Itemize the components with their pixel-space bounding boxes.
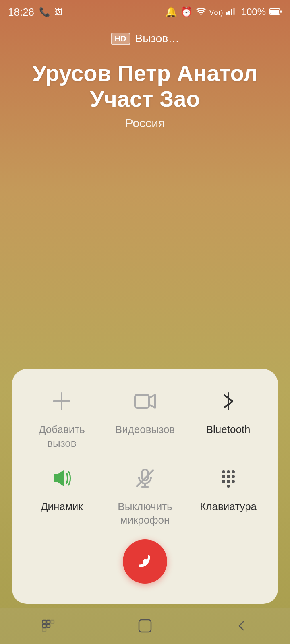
svg-point-21 bbox=[222, 480, 225, 483]
clock-icon: ⏰ bbox=[180, 6, 193, 18]
svg-rect-29 bbox=[51, 620, 54, 623]
end-call-icon bbox=[134, 551, 156, 573]
nav-recents-button[interactable] bbox=[28, 614, 68, 638]
keypad-button[interactable]: Клавиатура bbox=[192, 462, 265, 514]
svg-point-19 bbox=[227, 475, 230, 478]
caller-country: Россия bbox=[16, 116, 274, 130]
plus-icon bbox=[50, 389, 74, 413]
video-call-label: Видеовызов bbox=[115, 423, 175, 437]
svg-rect-10 bbox=[135, 395, 149, 408]
wifi-icon bbox=[196, 7, 206, 17]
svg-rect-3 bbox=[231, 9, 232, 15]
svg-rect-30 bbox=[43, 628, 46, 632]
svg-point-24 bbox=[227, 485, 230, 488]
keypad-icon-wrap bbox=[212, 462, 244, 494]
svg-point-23 bbox=[232, 480, 235, 483]
video-call-button[interactable]: Видеовызов bbox=[109, 385, 181, 437]
speaker-icon bbox=[50, 466, 74, 490]
speaker-icon-wrap bbox=[46, 462, 78, 494]
video-call-icon-wrap bbox=[129, 385, 161, 417]
end-call-button[interactable] bbox=[123, 539, 167, 584]
svg-rect-1 bbox=[226, 12, 228, 15]
controls-panel: Добавитьвызов Видеовызов B bbox=[12, 369, 278, 604]
caller-name: Урусов Петр Анатол Участ Зао bbox=[16, 60, 274, 112]
nav-back-button[interactable] bbox=[222, 614, 262, 638]
svg-point-16 bbox=[227, 470, 230, 473]
microphone-mute-icon bbox=[133, 466, 157, 490]
hd-badge: HD bbox=[111, 33, 130, 45]
bluetooth-label: Bluetooth bbox=[206, 423, 251, 437]
end-call-row bbox=[20, 539, 270, 584]
svg-rect-27 bbox=[43, 624, 46, 627]
svg-point-22 bbox=[227, 480, 230, 483]
status-bar: 18:28 📞 🖼 🔔 ⏰ Voi) 100% bbox=[0, 0, 290, 24]
add-call-button[interactable]: Добавитьвызов bbox=[25, 385, 98, 450]
time: 18:28 bbox=[8, 6, 34, 19]
bluetooth-icon bbox=[216, 389, 240, 413]
speaker-button[interactable]: Динамик bbox=[25, 462, 98, 514]
svg-rect-4 bbox=[233, 8, 235, 15]
mute-button[interactable]: Выключитьмикрофон bbox=[109, 462, 181, 527]
call-status-text: Вызов… bbox=[135, 32, 180, 45]
svg-rect-26 bbox=[47, 620, 50, 623]
alarm-icon: 🔔 bbox=[165, 6, 177, 18]
svg-point-17 bbox=[232, 470, 235, 473]
keypad-icon bbox=[216, 466, 240, 490]
phone-icon: 📞 bbox=[39, 7, 50, 17]
video-icon bbox=[133, 389, 157, 413]
status-right: 🔔 ⏰ Voi) 100% bbox=[165, 6, 282, 18]
svg-rect-2 bbox=[228, 11, 230, 15]
signal-icon: Voi) bbox=[209, 8, 238, 17]
battery-percent: 100% bbox=[241, 6, 266, 18]
svg-point-18 bbox=[222, 475, 225, 478]
mute-icon-wrap bbox=[129, 462, 161, 494]
mute-label: Выключитьмикрофон bbox=[118, 500, 172, 527]
nav-recents-icon bbox=[41, 619, 56, 633]
add-call-icon-wrap bbox=[46, 385, 78, 417]
svg-rect-6 bbox=[270, 10, 279, 14]
nav-bar bbox=[0, 608, 290, 644]
bluetooth-icon-wrap bbox=[212, 385, 244, 417]
gallery-icon: 🖼 bbox=[55, 8, 63, 17]
svg-point-20 bbox=[232, 475, 235, 478]
nav-home-button[interactable] bbox=[125, 614, 165, 638]
add-call-label: Добавитьвызов bbox=[39, 423, 85, 450]
svg-point-0 bbox=[200, 14, 201, 15]
speaker-label: Динамик bbox=[41, 500, 83, 514]
status-left: 18:28 📞 🖼 bbox=[8, 6, 63, 19]
battery-icon bbox=[269, 6, 282, 18]
svg-rect-31 bbox=[139, 620, 151, 632]
caller-section: Урусов Петр Анатол Участ Зао Россия bbox=[0, 60, 290, 130]
controls-row-1: Добавитьвызов Видеовызов B bbox=[20, 385, 270, 450]
controls-row-2: Динамик Выключитьмикрофон bbox=[20, 462, 270, 527]
nav-home-icon bbox=[137, 618, 153, 634]
nav-back-icon bbox=[234, 619, 249, 633]
svg-point-15 bbox=[222, 470, 225, 473]
svg-rect-25 bbox=[43, 620, 46, 623]
svg-rect-28 bbox=[47, 624, 50, 627]
bluetooth-button[interactable]: Bluetooth bbox=[192, 385, 265, 437]
call-status: HD Вызов… bbox=[0, 32, 290, 45]
keypad-label: Клавиатура bbox=[200, 500, 257, 514]
svg-rect-7 bbox=[280, 10, 282, 13]
